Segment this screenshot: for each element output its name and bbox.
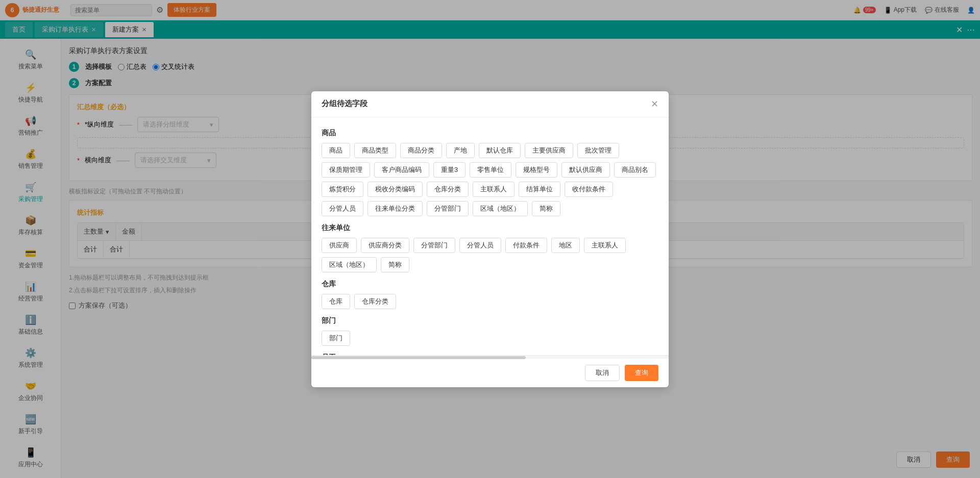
tag-product-2[interactable]: 商品分类 <box>400 143 442 158</box>
tag-product-9[interactable]: 重量3 <box>433 162 465 178</box>
tag-product-16[interactable]: 仓库分类 <box>427 182 469 197</box>
tag-partner-0[interactable]: 供应商 <box>322 238 357 253</box>
tag-product-1[interactable]: 商品类型 <box>354 143 396 158</box>
tag-group-partner: 供应商 供应商分类 分管部门 分管人员 付款条件 地区 主联系人 区域（地区） … <box>322 238 658 272</box>
modal-cancel-button[interactable]: 取消 <box>585 365 620 381</box>
tag-partner-8[interactable]: 简称 <box>381 257 409 272</box>
section-title-product: 商品 <box>322 129 658 138</box>
modal-footer: 取消 查询 <box>311 358 669 387</box>
tag-product-24[interactable]: 简称 <box>532 201 560 216</box>
tag-partner-7[interactable]: 区域（地区） <box>322 257 377 272</box>
tag-partner-6[interactable]: 主联系人 <box>584 238 626 253</box>
tag-product-13[interactable]: 商品别名 <box>614 162 656 178</box>
modal-title: 分组待选字段 <box>322 99 368 109</box>
tag-dept-0[interactable]: 部门 <box>322 331 350 346</box>
tag-product-22[interactable]: 分管部门 <box>427 201 469 216</box>
tag-product-8[interactable]: 客户商品编码 <box>374 162 429 178</box>
tag-product-19[interactable]: 收付款条件 <box>565 182 613 197</box>
tag-warehouse-0[interactable]: 仓库 <box>322 294 350 309</box>
modal-scroll-thumb[interactable] <box>311 356 526 359</box>
tag-product-21[interactable]: 往来单位分类 <box>368 201 423 216</box>
tag-product-15[interactable]: 税收分类编码 <box>368 182 423 197</box>
modal-scroll-track <box>311 355 669 358</box>
tag-product-0[interactable]: 商品 <box>322 143 350 158</box>
section-title-dept: 部门 <box>322 316 658 325</box>
tag-partner-3[interactable]: 分管人员 <box>459 238 501 253</box>
tag-partner-1[interactable]: 供应商分类 <box>361 238 409 253</box>
tag-product-14[interactable]: 炼货积分 <box>322 182 363 197</box>
modal-confirm-button[interactable]: 查询 <box>625 365 658 381</box>
tag-partner-5[interactable]: 地区 <box>551 238 580 253</box>
tag-product-5[interactable]: 主要供应商 <box>525 143 573 158</box>
modal-close-icon[interactable]: ✕ <box>651 98 658 110</box>
tag-group-warehouse: 仓库 仓库分类 <box>322 294 658 309</box>
tag-product-4[interactable]: 默认仓库 <box>479 143 521 158</box>
tag-group-dept: 部门 <box>322 331 658 346</box>
tag-product-20[interactable]: 分管人员 <box>322 201 363 216</box>
tag-product-6[interactable]: 批次管理 <box>577 143 619 158</box>
modal-body: 商品 商品 商品类型 商品分类 产地 默认仓库 主要供应商 批次管理 保质期管理… <box>311 117 669 355</box>
tag-partner-4[interactable]: 付款条件 <box>505 238 547 253</box>
tag-product-18[interactable]: 结算单位 <box>519 182 560 197</box>
tag-partner-2[interactable]: 分管部门 <box>413 238 455 253</box>
tag-product-11[interactable]: 规格型号 <box>516 162 557 178</box>
modal-overlay: 分组待选字段 ✕ 商品 商品 商品类型 商品分类 产地 默认仓库 主要供应商 批… <box>0 0 980 478</box>
section-title-warehouse: 仓库 <box>322 280 658 289</box>
modal: 分组待选字段 ✕ 商品 商品 商品类型 商品分类 产地 默认仓库 主要供应商 批… <box>311 91 669 387</box>
tag-group-product: 商品 商品类型 商品分类 产地 默认仓库 主要供应商 批次管理 保质期管理 客户… <box>322 143 658 216</box>
tag-product-3[interactable]: 产地 <box>446 143 475 158</box>
tag-product-10[interactable]: 零售单位 <box>470 162 511 178</box>
tag-warehouse-1[interactable]: 仓库分类 <box>354 294 396 309</box>
section-title-partner: 往来单位 <box>322 223 658 233</box>
tag-product-12[interactable]: 默认供应商 <box>561 162 610 178</box>
tag-product-23[interactable]: 区域（地区） <box>473 201 528 216</box>
tag-product-7[interactable]: 保质期管理 <box>322 162 370 178</box>
modal-header: 分组待选字段 ✕ <box>311 91 669 117</box>
tag-product-17[interactable]: 主联系人 <box>473 182 514 197</box>
